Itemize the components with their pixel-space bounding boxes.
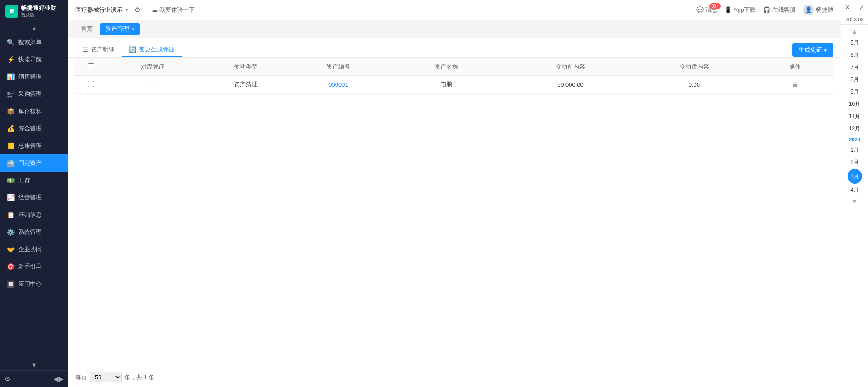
inner-tabs: ☰ 资产明细 🔄 变更生成凭证 生成凭证 ▾ (68, 38, 841, 58)
select-all-checkbox[interactable] (88, 63, 94, 69)
guide-icon: 🎯 (6, 263, 15, 271)
tab-change-voucher[interactable]: 🔄 变更生成凭证 (122, 43, 182, 57)
sidebar-item-guide[interactable]: 🎯 新手引导 (0, 258, 68, 275)
experience-button[interactable]: ☁ 我要体验一下 (152, 6, 195, 14)
header-voucher: 对应凭证 (106, 58, 199, 76)
app-download-button[interactable]: 📱 App下载 (724, 6, 756, 14)
month-item-7[interactable]: 7月 (845, 62, 864, 73)
fixed-assets-icon: 🏢 (6, 159, 15, 167)
per-page-select[interactable]: 10 20 50 100 (90, 372, 122, 382)
right-panel-close-icon[interactable]: ✕ (845, 4, 850, 11)
month-item-6[interactable]: 6月 (845, 50, 864, 61)
sidebar-item-sales-label: 销售管理 (18, 73, 42, 81)
sidebar-scroll-down[interactable]: ▼ (0, 360, 68, 370)
company-dropdown-icon: ▼ (124, 7, 129, 12)
month-item-8[interactable]: 8月 (845, 74, 864, 85)
sidebar-item-fixed-assets[interactable]: 🏢 固定资产 (0, 154, 68, 172)
right-panel-header: ✕ ⤢ (841, 0, 868, 15)
year-2023-label: 2023 (849, 135, 860, 144)
month-item-9[interactable]: 9月 (845, 86, 864, 98)
sidebar-item-basic-info-label: 基础信息 (18, 211, 42, 219)
company-selector[interactable]: 医疗器械行业演示 ▼ (75, 6, 129, 14)
tab-home[interactable]: 首页 (75, 23, 98, 35)
tab-asset-detail[interactable]: ☰ 资产明细 (75, 43, 122, 57)
tab-close-icon[interactable]: × (132, 26, 134, 32)
sidebar-item-purchase[interactable]: 🛒 采购管理 (0, 85, 68, 103)
month-item-10[interactable]: 10月 (845, 99, 864, 110)
avatar-icon: 👤 (805, 6, 812, 13)
sidebar-footer: ⚙ ◀▶ (0, 370, 68, 387)
row-checkbox[interactable] (88, 81, 94, 87)
sidebar-item-ledger[interactable]: 📒 总账管理 (0, 137, 68, 154)
header-asset-code: 资产编号 (292, 58, 385, 76)
ledger-icon: 📒 (6, 142, 15, 150)
sidebar-item-payroll[interactable]: 💵 工资 (0, 172, 68, 189)
message-badge: 99+ (709, 3, 721, 9)
tab-home-label: 首页 (81, 25, 93, 32)
basic-info-icon: 📋 (6, 211, 15, 219)
month-item-2023-1[interactable]: 1月 (845, 144, 864, 156)
sidebar-item-operations[interactable]: 📈 经营管理 (0, 189, 68, 206)
month-item-11[interactable]: 11月 (845, 111, 864, 122)
month-item-2023-2[interactable]: 2月 (845, 157, 864, 168)
experience-label: 我要体验一下 (159, 6, 195, 14)
app-center-icon: 🔲 (6, 280, 15, 288)
asset-detail-icon: ☰ (83, 46, 88, 53)
sidebar-header: 畅 畅捷通好业财 普及版 (0, 0, 68, 23)
collapse-icon[interactable]: ◀▶ (54, 375, 64, 382)
row-after-content: 0.00 (632, 76, 756, 94)
month-scroll-up[interactable]: ▲ (850, 26, 859, 37)
month-item-2023-4[interactable]: 4月 (845, 184, 864, 196)
sidebar-item-app-center[interactable]: 🔲 应用中心 (0, 275, 68, 293)
generate-voucher-label: 生成凭证 (799, 46, 822, 54)
sidebar-scroll-up[interactable]: ▲ (0, 23, 68, 34)
month-scroll-down[interactable]: ▼ (850, 196, 859, 207)
sidebar-item-inventory-label: 库存核算 (18, 107, 42, 115)
sidebar-item-search[interactable]: 🔍 搜索菜单 (0, 34, 68, 51)
row-voucher: -- (106, 76, 199, 94)
right-panel-expand-icon[interactable]: ⤢ (859, 4, 864, 11)
app-title: 畅捷通好业财 (21, 5, 56, 12)
month-item-12[interactable]: 12月 (845, 123, 864, 134)
service-label: 在线客服 (772, 6, 796, 14)
change-voucher-icon: 🔄 (129, 46, 136, 53)
sidebar-item-quick-nav[interactable]: ⚡ 快捷导航 (0, 51, 68, 68)
app-download-label: App下载 (734, 6, 756, 14)
generate-dropdown-icon: ▾ (824, 47, 827, 54)
row-before-content: 50,000.00 (509, 76, 632, 94)
tab-asset-detail-label: 资产明细 (91, 45, 114, 54)
sales-icon: 📊 (6, 73, 15, 81)
month-item-2023-3[interactable]: 3月 (848, 169, 862, 184)
app-logo: 畅 (5, 5, 18, 18)
row-operation: 🗑 (756, 76, 833, 94)
sidebar-item-system[interactable]: ⚙️ 系统管理 (0, 223, 68, 241)
topbar: 医疗器械行业演示 ▼ ⚙ ☁ 我要体验一下 💬 消息 99+ 📱 App下载 🎧… (68, 0, 841, 20)
logo-text: 畅 (10, 8, 14, 15)
tab-asset-management[interactable]: 资产管理 × (100, 23, 140, 35)
sidebar-item-basic-info[interactable]: 📋 基础信息 (0, 206, 68, 223)
sidebar-item-search-label: 搜索菜单 (18, 38, 42, 46)
settings-icon[interactable]: ⚙ (5, 375, 10, 382)
fund-icon: 💰 (6, 124, 15, 133)
sidebar-item-enterprise[interactable]: 🤝 企业协同 (0, 241, 68, 258)
sidebar-item-guide-label: 新手引导 (18, 263, 42, 271)
sidebar-item-quick-nav-label: 快捷导航 (18, 55, 42, 64)
header-checkbox-cell (75, 58, 106, 76)
tab-asset-management-label: 资产管理 (105, 25, 129, 33)
month-item-5[interactable]: 5月 (845, 37, 864, 49)
sidebar-item-inventory[interactable]: 📦 库存核算 (0, 103, 68, 120)
settings-button[interactable]: ⚙ (134, 6, 140, 14)
topbar-right: 💬 消息 99+ 📱 App下载 🎧 在线客服 👤 畅捷通 (696, 5, 833, 15)
user-menu[interactable]: 👤 畅捷通 (803, 5, 833, 15)
tab-change-voucher-label: 变更生成凭证 (139, 45, 174, 54)
sidebar-item-ledger-label: 总账管理 (18, 142, 42, 150)
message-button[interactable]: 💬 消息 99+ (696, 6, 717, 14)
online-service-button[interactable]: 🎧 在线客服 (763, 6, 796, 14)
delete-row-button[interactable]: 🗑 (792, 81, 798, 88)
right-panel: ✕ ⤢ 2023.03 ▲ 5月 6月 7月 8月 9月 10月 11月 12月… (841, 0, 868, 387)
asset-table: 对应凭证 变动类型 资产编号 资产名称 变动前内容 (75, 58, 833, 94)
sidebar-item-sales[interactable]: 📊 销售管理 (0, 68, 68, 85)
sidebar-item-system-label: 系统管理 (18, 228, 42, 236)
generate-voucher-button[interactable]: 生成凭证 ▾ (792, 43, 833, 57)
sidebar-item-fund[interactable]: 💰 资金管理 (0, 120, 68, 137)
